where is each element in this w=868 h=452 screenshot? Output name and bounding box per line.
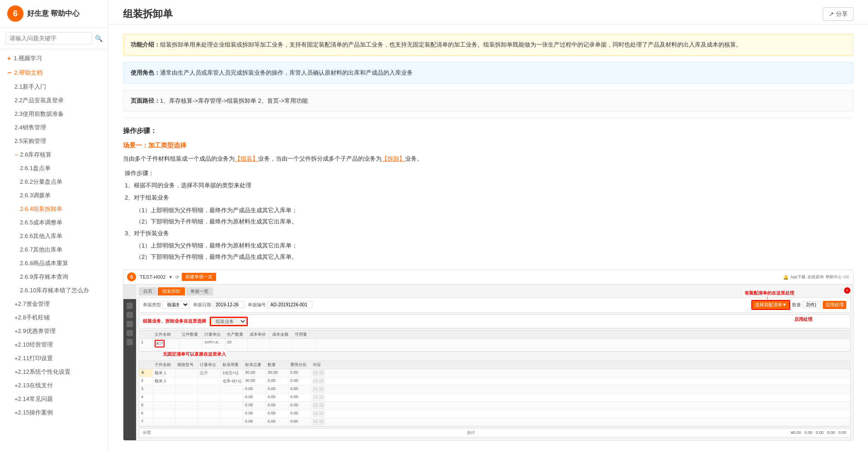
scenario1-desc: 当由多个子件材料组装成一个成品的业务为【组装】业务，当由一个父件拆分成多个子产品… xyxy=(123,153,854,164)
ss-sidebar xyxy=(123,299,136,440)
ss-sub-td-3-3 xyxy=(198,394,221,401)
intro-text: 组装拆卸单用来处理企业组装或拆卸等加工业务，支持有固定装配清单的产品加工业务，也… xyxy=(160,41,742,48)
ss-sub-td-4-1 xyxy=(153,402,175,409)
share-button[interactable]: ↗ 分享 xyxy=(823,7,854,21)
sidebar-item-2-6-7[interactable]: 2.6.7其他出库单 xyxy=(0,243,108,257)
ss-th-1: 父件名称 xyxy=(153,331,180,338)
ss-sub-td-5-5: 0.00 xyxy=(243,410,266,418)
sidebar-item-2-10[interactable]: + 2.10经营管理 xyxy=(0,338,108,352)
sidebar-item-2-9[interactable]: + 2.9优惠券管理 xyxy=(0,324,108,338)
sidebar-item-2-6-6[interactable]: 2.6.6其他入库单 xyxy=(0,229,108,243)
ss-sub-td-3-7: 0.00 xyxy=(288,394,311,401)
sidebar-item-2-6-3[interactable]: 2.6.3调拨单 xyxy=(0,189,108,202)
ss-date-input[interactable] xyxy=(212,301,244,308)
intro-block: 功能介绍：组装拆卸单用来处理企业组装或拆卸等加工业务，支持有固定装配清单的产品加… xyxy=(123,34,854,56)
ss-sub-td-6-5: 0.00 xyxy=(243,418,266,426)
sidebar-item-2-6-5[interactable]: 2.6.5成本调整单 xyxy=(0,216,108,229)
ss-sub-td-3-4 xyxy=(221,394,243,401)
sidebar-item-2-8[interactable]: + 2.8手机旺铺 xyxy=(0,311,108,324)
sidebar-item-2-15[interactable]: + 2.15操作案例 xyxy=(0,406,108,419)
sidebar-header: 6 好生意 帮助中心 xyxy=(0,0,108,28)
plus-icon-2-7: + xyxy=(14,301,18,308)
sidebar-item-2-6-10[interactable]: 2.6.10库存账本错了怎么办 xyxy=(0,284,108,297)
ss-th-6: 成本金额 xyxy=(270,331,293,338)
step2-sub1: （1）上部明细为父件明细，最终作为产成品生成其它入库单； xyxy=(125,205,854,215)
sidebar-item-2-label: 2.帮助文档 xyxy=(14,69,42,77)
ss-choose-bom-btn[interactable]: 选择装配清单▼ xyxy=(752,301,789,309)
ss-td-0-2 xyxy=(180,339,203,348)
ss-td-0-7 xyxy=(293,339,316,348)
screenshot-inner: 6 TEST-H002 ▼ ⟳ 新建单据一览 🔔 App下载 在线咨询 帮助中心… xyxy=(123,270,853,440)
sub-table-row-6: 6 0.00 0.00 0.00 ☐ xyxy=(139,410,850,418)
ss-sub-td-6-7: 0.00 xyxy=(288,418,311,426)
sidebar-item-2-5[interactable]: 2.5采购管理 xyxy=(0,134,108,148)
role-label: 使用角色： xyxy=(131,69,160,76)
ss-qty-input[interactable] xyxy=(803,301,821,308)
ss-close-button[interactable]: × xyxy=(844,287,850,294)
ss-sidebar-icon-2 xyxy=(127,312,133,318)
ss-sub-td-1-0: 2 xyxy=(139,377,153,385)
ss-table-header: 父件名称 父件数量 计量单位 生产数量 成本单价 成本金额 可用量 xyxy=(139,331,850,339)
ss-billno-label: 单据编号 xyxy=(248,302,266,308)
ss-sub-td-2-3 xyxy=(198,385,221,393)
ss-td-1-6 xyxy=(270,349,293,351)
ss-td-1-4 xyxy=(225,349,248,351)
ss-company: TEST-H002 xyxy=(140,274,165,280)
ss-th-7: 可用量 xyxy=(293,331,316,338)
ss-op-annotation-area: 启用处理 xyxy=(793,316,814,323)
sidebar-item-2-6-1[interactable]: 2.6.1盘点单 xyxy=(0,162,108,175)
step3: 3、对于拆装业务 xyxy=(125,228,854,238)
intro-label: 功能介绍： xyxy=(131,41,160,48)
sidebar-item-2-7[interactable]: + 2.7资金管理 xyxy=(0,297,108,311)
sidebar-item-2-13[interactable]: + 2.13在线支付 xyxy=(0,379,108,392)
share-icon: ↗ xyxy=(829,10,834,18)
ss-sub-td-2-6: 0.00 xyxy=(266,385,288,393)
ss-sub-td-2-4 xyxy=(221,385,243,393)
sidebar-item-2-14[interactable]: + 2.14常见问题 xyxy=(0,392,108,406)
sidebar-item-1[interactable]: + 1.视频学习 xyxy=(0,51,108,66)
sidebar-item-2-6-9[interactable]: 2.6.9库存账本查询 xyxy=(0,270,108,284)
ss-sub-td-3-1 xyxy=(153,394,175,401)
ss-op-type-select[interactable]: 组装业务 xyxy=(211,318,247,325)
sidebar-item-2-3[interactable]: 2.3使用前数据准备 xyxy=(0,107,108,121)
ss-sub-td-0-2 xyxy=(175,369,198,377)
ss-doc-type-select[interactable]: 组装拆卸 xyxy=(162,301,189,309)
sidebar-item-2-6-8[interactable]: 2.6.8商品成本重算 xyxy=(0,257,108,270)
sidebar-item-2-4[interactable]: 2.4销售管理 xyxy=(0,121,108,134)
ss-help-center-icon: 帮助中心 xyxy=(826,274,842,280)
ss-new-btn[interactable]: 新建单据一览 xyxy=(182,273,216,281)
ss-sub-td-4-4 xyxy=(221,402,243,409)
ss-sub-td-6-6: 0.00 xyxy=(266,418,288,426)
ss-td-0-6 xyxy=(270,339,293,348)
ss-op-type-highlight: 组装业务 xyxy=(210,317,248,326)
ss-process-btn[interactable]: 启用处理 xyxy=(823,301,846,309)
sidebar-item-2[interactable]: − 2.帮助文档 xyxy=(0,66,108,80)
nav-section: + 1.视频学习 − 2.帮助文档 2.1新手入门 2.2产品安装及登录 2.3… xyxy=(0,49,108,421)
ss-sub-td-3-6: 0.00 xyxy=(266,394,288,401)
ss-qty-label: 数量 xyxy=(792,302,801,308)
link-assembly[interactable]: 【组装】 xyxy=(235,155,258,162)
ss-body: 自页 组装拆卸 单据一览 单据类型 组装拆卸 xyxy=(123,285,853,440)
ss-sub-table-container: 子件名称 规格型号 计量单位 标准用量 标准总量 数量 费用分担 对应 xyxy=(139,361,850,427)
sidebar-item-2-6-2[interactable]: 2.6.2分量盘点单 xyxy=(0,175,108,189)
ss-bottom-bar: 分页 合计 ¥0.00 0.00 0.00 0.00 0.00 xyxy=(139,428,850,438)
ss-td-0-5 xyxy=(248,339,270,348)
search-icon[interactable]: 🔍 xyxy=(95,35,103,42)
ss-sub-td-0-8: ☐ ☐ xyxy=(311,369,325,377)
sidebar-item-2-6[interactable]: − 2.6库存核算 xyxy=(0,148,108,162)
sidebar-item-2-6-4[interactable]: 2.6.4组装拆卸单 xyxy=(0,202,108,216)
ss-billno-input[interactable] xyxy=(267,301,312,308)
plus-icon-2-14: + xyxy=(14,396,18,403)
sidebar-item-2-12[interactable]: + 2.12系统个性化设置 xyxy=(0,365,108,379)
plus-icon-2-12: + xyxy=(14,369,18,376)
ss-table-container: 父件名称 父件数量 计量单位 生产数量 成本单价 成本金额 可用量 1 xyxy=(139,330,850,352)
link-disassembly[interactable]: 【拆卸】 xyxy=(382,155,405,162)
sidebar-item-2-2[interactable]: 2.2产品安装及登录 xyxy=(0,94,108,107)
search-input[interactable] xyxy=(5,32,92,44)
minus-icon: − xyxy=(7,69,11,77)
sidebar-item-2-11[interactable]: + 2.11打印设置 xyxy=(0,352,108,365)
divider-1 xyxy=(123,118,854,119)
path-label: 页面路径： xyxy=(131,97,160,104)
main-content: 组装拆卸单 ↗ 分享 功能介绍：组装拆卸单用来处理企业组装或拆卸等加工业务，支持… xyxy=(108,0,868,452)
sidebar-item-2-1[interactable]: 2.1新手入门 xyxy=(0,80,108,94)
